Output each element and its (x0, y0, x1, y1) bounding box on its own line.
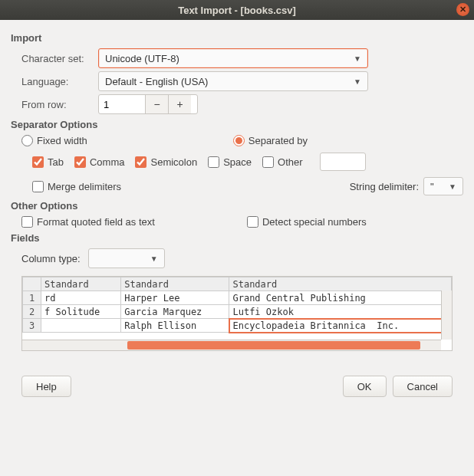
language-select[interactable]: Default - English (USA) ▼ (98, 71, 368, 91)
language-value: Default - English (USA) (105, 76, 208, 87)
table-row: 3 Ralph Ellison Encyclopadeia Britannica… (23, 319, 452, 333)
table-header-row: Standard Standard Standard (23, 277, 452, 291)
comma-checkbox[interactable]: Comma (74, 156, 125, 168)
ok-button[interactable]: OK (343, 376, 387, 397)
chevron-down-icon: ▼ (449, 182, 456, 191)
column-type-label: Column type: (21, 253, 81, 264)
chevron-down-icon: ▼ (354, 54, 361, 63)
horizontal-scrollbar[interactable] (22, 340, 441, 350)
fromrow-input[interactable] (99, 95, 145, 113)
table-row: 1 rd Harper Lee Grand Central Publishing (23, 291, 452, 305)
col-header[interactable]: Standard (41, 277, 121, 291)
quoted-field-checkbox[interactable]: Format quoted field as text (21, 216, 155, 228)
window-title: Text Import - [books.csv] (178, 5, 296, 16)
language-label: Language: (21, 76, 98, 87)
string-delimiter-combo[interactable]: " ▼ (423, 177, 463, 195)
col-header[interactable]: Standard (121, 277, 229, 291)
fromrow-stepper[interactable]: − + (98, 94, 198, 114)
tab-checkbox[interactable]: Tab (32, 156, 64, 168)
other-options-heading: Other Options (11, 200, 463, 212)
highlighted-cell: Encyclopadeia Britannica Inc. (229, 319, 452, 333)
preview-table[interactable]: Standard Standard Standard 1 rd Harper L… (22, 277, 452, 333)
charset-select[interactable]: Unicode (UTF-8) ▼ (98, 48, 368, 68)
import-heading: Import (11, 32, 463, 44)
separator-heading: Separator Options (11, 119, 463, 130)
space-checkbox[interactable]: Space (208, 156, 252, 168)
separated-by-radio[interactable]: Separated by (233, 135, 308, 146)
fields-heading: Fields (11, 232, 463, 244)
charset-value: Unicode (UTF-8) (105, 53, 179, 64)
chevron-down-icon: ▼ (150, 254, 158, 263)
fromrow-label: From row: (21, 99, 98, 110)
close-icon[interactable]: ✕ (456, 3, 469, 16)
stepper-plus-button[interactable]: + (168, 95, 191, 113)
stepper-minus-button[interactable]: − (145, 95, 168, 113)
fixed-width-radio[interactable]: Fixed width (21, 135, 87, 146)
charset-label: Character set: (21, 53, 98, 64)
merge-delimiters-checkbox[interactable]: Merge delimiters (32, 181, 121, 192)
cancel-button[interactable]: Cancel (393, 376, 453, 397)
detect-numbers-checkbox[interactable]: Detect special numbers (247, 216, 367, 228)
column-type-combo[interactable]: ▼ (88, 248, 165, 268)
string-delimiter-label: String delimiter: (350, 181, 419, 192)
titlebar: Text Import - [books.csv] ✕ (0, 0, 474, 20)
semicolon-checkbox[interactable]: Semicolon (135, 156, 197, 168)
help-button[interactable]: Help (21, 376, 71, 397)
preview-table-wrap: Standard Standard Standard 1 rd Harper L… (21, 276, 453, 351)
table-row: 2 f Solitude Garcia Marquez Lutfi Ozkok (23, 305, 452, 319)
col-header[interactable]: Standard (229, 277, 452, 291)
other-checkbox[interactable]: Other (262, 156, 303, 168)
other-input[interactable] (320, 153, 366, 171)
vertical-scrollbar[interactable] (441, 291, 452, 340)
chevron-down-icon: ▼ (354, 77, 361, 86)
